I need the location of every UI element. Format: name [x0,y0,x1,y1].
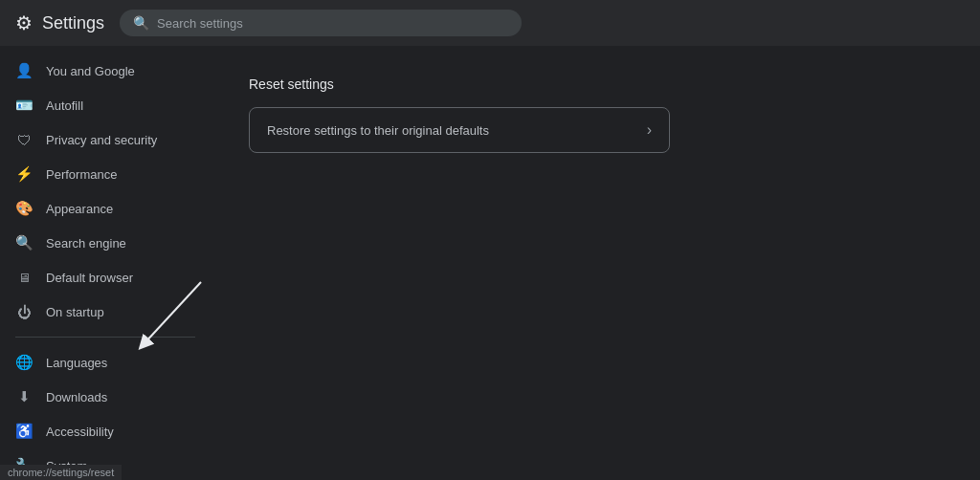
sidebar-item-label: Downloads [46,390,188,404]
appearance-icon: 🎨 [15,200,33,217]
restore-defaults-item[interactable]: Restore settings to their original defau… [250,108,669,152]
sidebar-item-label: Appearance [46,202,188,216]
main-content: Reset settings Restore settings to their… [211,46,980,480]
sidebar: 👤 You and Google 🪪 Autofill 🛡 Privacy an… [0,46,211,480]
sidebar-item-label: Accessibility [46,425,188,439]
sidebar-item-label: Performance [46,167,188,182]
sidebar-item-label: Search engine [46,236,188,251]
sidebar-item-on-startup[interactable]: ⏻ On startup [0,295,203,329]
card-icon: 🪪 [15,97,33,114]
header: ⚙ Settings 🔍 [0,0,980,46]
reset-settings-card: Restore settings to their original defau… [249,107,670,153]
search-icon: 🔍 [133,15,149,31]
sidebar-item-languages[interactable]: 🌐 Languages [0,345,203,380]
sidebar-item-privacy-security[interactable]: 🛡 Privacy and security [0,122,203,157]
settings-logo-icon: ⚙ [15,11,33,34]
sidebar-item-label: Autofill [46,98,188,113]
sidebar-item-label: Languages [46,356,188,370]
shield-icon: 🛡 [15,131,33,148]
sidebar-item-performance[interactable]: ⚡ Performance [0,157,203,191]
status-url: chrome://settings/reset [8,467,114,478]
sidebar-item-search-engine[interactable]: 🔍 Search engine [0,226,203,260]
sidebar-item-default-browser[interactable]: 🖥 Default browser [0,260,203,295]
startup-icon: ⏻ [15,303,33,320]
browser-icon: 🖥 [15,269,33,286]
section-title: Reset settings [249,76,942,92]
download-icon: ⬇ [15,388,33,405]
globe-icon: 🌐 [15,354,33,371]
sidebar-item-you-and-google[interactable]: 👤 You and Google [0,54,203,88]
accessibility-icon: ♿ [15,423,33,440]
sidebar-divider [15,337,195,338]
main-layout: 👤 You and Google 🪪 Autofill 🛡 Privacy an… [0,46,980,480]
search-bar[interactable]: 🔍 [120,10,522,36]
chevron-right-icon: › [647,121,652,139]
header-title: Settings [42,13,104,33]
sidebar-item-label: You and Google [46,64,188,78]
performance-icon: ⚡ [15,165,33,183]
header-logo: ⚙ Settings [15,11,104,34]
sidebar-item-label: On startup [46,305,188,319]
arrow-annotation [211,273,239,368]
sidebar-item-autofill[interactable]: 🪪 Autofill [0,88,203,122]
search-input[interactable] [157,16,508,31]
sidebar-item-label: Privacy and security [46,133,188,147]
sidebar-item-downloads[interactable]: ⬇ Downloads [0,380,203,414]
sidebar-item-accessibility[interactable]: ♿ Accessibility [0,414,203,448]
search-engine-icon: 🔍 [15,234,33,251]
person-icon: 👤 [15,62,33,79]
restore-defaults-label: Restore settings to their original defau… [267,123,489,138]
status-bar: chrome://settings/reset [0,465,122,480]
sidebar-item-appearance[interactable]: 🎨 Appearance [0,191,203,226]
sidebar-item-label: Default browser [46,271,188,285]
